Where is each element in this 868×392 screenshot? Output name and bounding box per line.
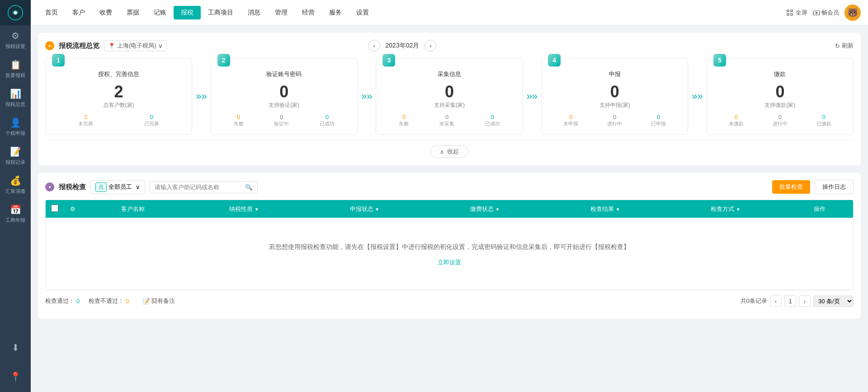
nav-service[interactable]: 服务 xyxy=(322,6,349,19)
fullscreen-btn[interactable]: 全屏 xyxy=(787,9,807,17)
select-all-checkbox[interactable] xyxy=(51,205,58,212)
next-month-btn[interactable]: › xyxy=(425,40,436,52)
header-declare-status[interactable]: 申报状态 ▼ xyxy=(304,200,425,218)
check-title: 报税检查 xyxy=(59,183,86,191)
step4-title: 申报 xyxy=(549,70,680,78)
user-avatar[interactable]: 🐻 xyxy=(844,5,861,21)
sidebar-item-settlement[interactable]: 💰 汇算清缴 xyxy=(0,170,31,199)
step3-sub-num-2[interactable]: 0 xyxy=(485,114,500,120)
step4-sub-num-2[interactable]: 0 xyxy=(651,114,666,120)
step4-substat-1: 0 进行中 xyxy=(607,114,622,127)
flow-card-step2: 2 验证账号密码 0 支持验证(家) 0 失败 0 验证中 xyxy=(211,58,358,135)
step4-label: 支持申报(家) xyxy=(549,101,680,109)
header-checkbox-col xyxy=(46,200,64,218)
sidebar-item-annual-report[interactable]: 📅 工商年报 xyxy=(0,199,31,228)
step2-sub-num-2[interactable]: 0 xyxy=(320,114,335,120)
header-check-result[interactable]: 检查结果 ▼ xyxy=(545,200,665,218)
check-header: ✦ 报税检查 员 全部员工 ∨ 🔍 批量检查 操作日志 xyxy=(45,180,854,194)
sidebar-item-location[interactable]: 📍 xyxy=(0,363,31,392)
step2-sub-label-1: 验证中 xyxy=(274,120,289,127)
step5-substat-0: 0 未缴款 xyxy=(729,114,744,127)
sidebar-item-label: 批量报税 xyxy=(5,72,25,79)
step1-sub-num-1[interactable]: 0 xyxy=(144,114,159,120)
overview-header: + 报税流程总览 📍 上海(电子税局) ∨ ‹ 2023年02月 › ↻ 刷新 xyxy=(45,40,854,52)
prev-page-btn[interactable]: ‹ xyxy=(770,295,782,307)
step5-sub-num-0[interactable]: 0 xyxy=(729,114,744,120)
employee-filter[interactable]: 员 全部员工 ∨ xyxy=(90,180,145,194)
page-number[interactable]: 1 xyxy=(784,295,796,307)
next-page-btn[interactable]: › xyxy=(799,295,811,307)
step1-sub-num-0[interactable]: 2 xyxy=(78,114,93,120)
header-pay-status[interactable]: 缴费状态 ▼ xyxy=(425,200,545,218)
nav-accounting[interactable]: 记账 xyxy=(146,6,174,19)
step4-sub-num-1[interactable]: 0 xyxy=(607,114,622,120)
sidebar-item-download[interactable]: ⬇ xyxy=(0,334,31,363)
svg-rect-5 xyxy=(791,14,793,15)
collapse-btn[interactable]: ∧ 收起 xyxy=(430,145,468,158)
step1-title: 授权、完善信息 xyxy=(53,70,184,78)
nav-manage[interactable]: 管理 xyxy=(268,6,295,19)
step2-sub-num-1[interactable]: 0 xyxy=(274,114,289,120)
sidebar-item-label: 汇算清缴 xyxy=(5,188,25,195)
membership-btn[interactable]: 畅会员 xyxy=(813,9,839,17)
refresh-btn[interactable]: ↻ 刷新 xyxy=(835,42,854,50)
step3-sub-num-0[interactable]: 0 xyxy=(399,114,409,120)
nav-business[interactable]: 工商项目 xyxy=(201,6,241,19)
search-box: 🔍 xyxy=(150,181,258,193)
search-input[interactable] xyxy=(150,182,241,193)
nav-fee[interactable]: 收费 xyxy=(92,6,119,19)
step3-sub-num-1[interactable]: 0 xyxy=(439,114,454,120)
nav-home[interactable]: 首页 xyxy=(38,6,65,19)
download-icon: ⬇ xyxy=(12,342,19,353)
sidebar-item-personal-tax[interactable]: 👤 个税申报 xyxy=(0,112,31,141)
step2-sub-label-0: 失败 xyxy=(234,120,244,127)
header-check-method[interactable]: 检查方式 ▼ xyxy=(665,200,786,218)
step5-sub-num-2[interactable]: 0 xyxy=(816,114,831,120)
location-tag[interactable]: 📍 上海(电子税局) ∨ xyxy=(104,40,167,51)
table-footer: 检查通过： 0 检查不通过： 0 📝 囧有备注 共0条记录 ‹ 1 xyxy=(45,290,854,311)
step4-substat-0: 0 未申报 xyxy=(563,114,578,127)
sidebar-item-tax-settings[interactable]: ⚙ 报税设置 xyxy=(0,25,31,54)
nav-settings[interactable]: 设置 xyxy=(349,6,376,19)
nav-tax[interactable]: 报税 xyxy=(174,6,201,19)
step3-substat-2: 0 已成功 xyxy=(485,114,500,127)
app-logo[interactable] xyxy=(0,0,31,25)
footer-pass: 检查通过： 0 xyxy=(45,297,80,305)
prev-month-btn[interactable]: ‹ xyxy=(368,40,380,52)
nav-operation[interactable]: 经营 xyxy=(295,6,322,19)
step5-num: 0 xyxy=(714,82,846,101)
per-page-select[interactable]: 30 条/页50 条/页100 条/页 xyxy=(813,296,854,307)
flow-card-step1: 1 授权、完善信息 2 总客户数(家) 2 未完善 0 已完善 xyxy=(45,58,192,135)
sidebar-item-tax-overview[interactable]: 📊 报税总览 xyxy=(0,83,31,112)
add-icon[interactable]: + xyxy=(45,41,54,50)
pass-count-link[interactable]: 0 xyxy=(76,298,80,305)
fail-count-link[interactable]: 0 xyxy=(126,298,129,305)
operation-log-button[interactable]: 操作日志 xyxy=(815,180,854,194)
search-button[interactable]: 🔍 xyxy=(241,182,257,193)
collapse-icon: ∧ xyxy=(440,148,444,155)
nav-customer[interactable]: 客户 xyxy=(65,6,92,19)
step5-sub-num-1[interactable]: 0 xyxy=(773,114,788,120)
step2-sub-label-2: 已成功 xyxy=(320,120,335,127)
flow-arrow-3: »» xyxy=(523,58,541,135)
nav-invoice[interactable]: 票据 xyxy=(119,6,146,19)
step2-sub-num-0[interactable]: 0 xyxy=(234,114,244,120)
sidebar-item-tax-records[interactable]: 📝 报税记录 xyxy=(0,141,31,170)
nav-message[interactable]: 消息 xyxy=(241,6,268,19)
filter-icon: ▼ xyxy=(736,207,741,212)
step2-label: 支持验证(家) xyxy=(218,101,350,109)
batch-check-button[interactable]: 批量检查 xyxy=(772,180,810,194)
note-icon: 📝 xyxy=(142,298,150,305)
step4-num: 0 xyxy=(549,82,680,101)
header-tax-type[interactable]: 纳税性质 ▼ xyxy=(184,200,304,218)
step4-sub-num-0[interactable]: 0 xyxy=(563,114,578,120)
location-icon-small: 📍 xyxy=(108,43,115,49)
setup-link[interactable]: 立即设置 xyxy=(69,257,830,268)
collapse-bar: ∧ 收起 xyxy=(45,139,854,158)
flow-arrow-2: »» xyxy=(358,58,376,135)
gear-icon[interactable]: ⚙ xyxy=(70,206,75,212)
step1-sub-label-0: 未完善 xyxy=(78,120,93,127)
sidebar-item-batch-tax[interactable]: 📋 批量报税 xyxy=(0,54,31,83)
check-card: ✦ 报税检查 员 全部员工 ∨ 🔍 批量检查 操作日志 xyxy=(38,172,861,319)
step1-substat-1: 0 已完善 xyxy=(144,114,159,127)
